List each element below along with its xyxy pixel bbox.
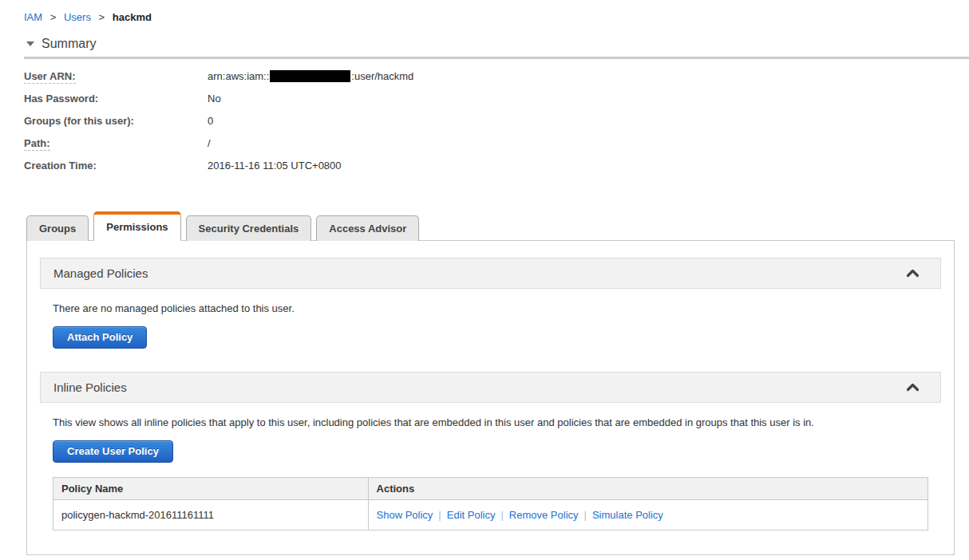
- inline-policies-table: Policy Name Actions policygen-hackmd-201…: [53, 477, 928, 530]
- user-arn-value: arn:aws:iam:::user/hackmd: [208, 70, 413, 82]
- policy-actions-cell: Show Policy|Edit Policy|Remove Policy|Si…: [368, 500, 927, 530]
- managed-policies-collapse-button[interactable]: [904, 267, 921, 279]
- breadcrumb-link-iam[interactable]: IAM: [24, 11, 42, 23]
- user-arn-label: User ARN:: [24, 70, 208, 82]
- summary-row-user-arn: User ARN: arn:aws:iam:::user/hackmd: [24, 70, 969, 93]
- groups-value: 0: [208, 115, 213, 127]
- summary-row-path: Path: /: [24, 137, 969, 160]
- action-separator: |: [495, 509, 508, 521]
- tab-permissions[interactable]: Permissions: [93, 211, 180, 241]
- permissions-tab-panel: Managed Policies There are no managed po…: [26, 240, 955, 555]
- attach-policy-button[interactable]: Attach Policy: [53, 326, 147, 349]
- managed-policies-title: Managed Policies: [53, 266, 148, 280]
- inline-policies-body: This view shows all inline policies that…: [40, 416, 941, 530]
- summary-title: Summary: [42, 37, 96, 51]
- breadcrumb-separator: >: [99, 11, 105, 23]
- breadcrumb: IAM > Users > hackmd: [24, 11, 969, 23]
- edit-policy-link[interactable]: Edit Policy: [447, 509, 496, 521]
- creation-time-label: Creation Time:: [24, 160, 208, 172]
- action-separator: |: [433, 509, 446, 521]
- path-label: Path:: [24, 137, 208, 149]
- show-policy-link[interactable]: Show Policy: [377, 509, 433, 521]
- create-user-policy-button[interactable]: Create User Policy: [53, 440, 173, 463]
- breadcrumb-link-users[interactable]: Users: [64, 11, 91, 23]
- summary-row-creation-time: Creation Time: 2016-11-16 11:05 UTC+0800: [24, 160, 969, 182]
- breadcrumb-current-user: hackmd: [113, 11, 152, 23]
- chevron-up-icon: [906, 269, 920, 278]
- tab-security-credentials[interactable]: Security Credentials: [186, 215, 312, 241]
- summary-section-toggle[interactable]: Summary: [24, 37, 969, 51]
- inline-policies-header: Inline Policies: [40, 372, 941, 403]
- has-password-value: No: [208, 93, 221, 105]
- managed-policies-header: Managed Policies: [40, 258, 941, 289]
- summary-row-groups: Groups (for this user): 0: [24, 115, 969, 137]
- iam-user-detail-page: IAM > Users > hackmd Summary User ARN: a…: [0, 11, 969, 560]
- inline-policies-description: This view shows all inline policies that…: [53, 416, 928, 428]
- action-separator: |: [579, 509, 592, 521]
- summary-row-has-password: Has Password: No: [24, 93, 969, 115]
- path-value: /: [208, 137, 211, 149]
- has-password-label: Has Password:: [24, 93, 208, 105]
- summary-divider: [24, 57, 969, 59]
- collapse-triangle-icon: [26, 41, 34, 46]
- column-header-policy-name: Policy Name: [53, 478, 369, 500]
- table-header-row: Policy Name Actions: [53, 478, 928, 500]
- breadcrumb-separator: >: [50, 11, 57, 23]
- inline-policies-collapse-button[interactable]: [904, 381, 921, 393]
- user-detail-tabs-area: Groups Permissions Security Credentials …: [26, 211, 955, 555]
- policy-name-cell: policygen-hackmd-201611161111: [53, 500, 369, 530]
- tab-bar: Groups Permissions Security Credentials …: [26, 211, 955, 240]
- summary-fields: User ARN: arn:aws:iam:::user/hackmd Has …: [24, 70, 969, 182]
- managed-policies-body: There are no managed policies attached t…: [40, 302, 941, 349]
- managed-policies-empty-message: There are no managed policies attached t…: [53, 302, 928, 314]
- groups-label: Groups (for this user):: [24, 115, 208, 127]
- tab-groups[interactable]: Groups: [26, 215, 89, 241]
- table-row: policygen-hackmd-201611161111 Show Polic…: [53, 500, 928, 530]
- inline-policies-title: Inline Policies: [53, 381, 127, 394]
- chevron-up-icon: [906, 383, 920, 392]
- tab-access-advisor[interactable]: Access Advisor: [316, 215, 419, 241]
- remove-policy-link[interactable]: Remove Policy: [509, 509, 579, 521]
- column-header-actions: Actions: [368, 478, 927, 500]
- redacted-account-id: [270, 70, 350, 82]
- simulate-policy-link[interactable]: Simulate Policy: [592, 509, 663, 521]
- creation-time-value: 2016-11-16 11:05 UTC+0800: [208, 160, 342, 172]
